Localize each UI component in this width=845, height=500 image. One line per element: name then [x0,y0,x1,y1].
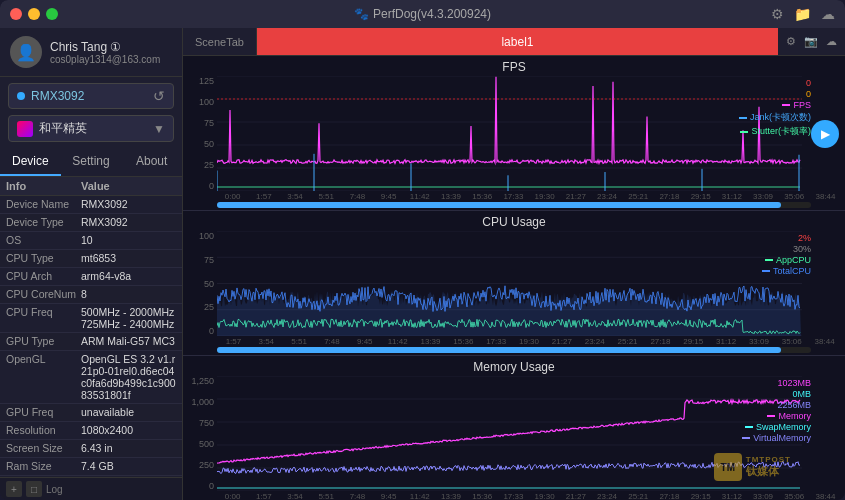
cpu-y-axis: 100 75 50 25 0 [187,231,217,336]
table-row: Screen Size6.43 in [0,440,182,458]
info-key: CPU Freq [6,306,81,330]
cpu-scrollbar-thumb[interactable] [217,347,781,353]
info-value: mt6853 [81,252,176,265]
cpu-chart-title: CPU Usage [183,215,845,229]
info-value: unavailable [81,406,176,419]
sidebar-bottom-bar: + □ Log [0,477,182,500]
device-selector[interactable]: RMX3092 ↺ [8,83,174,109]
table-row: Ram Size7.4 GB [0,458,182,476]
cloud-icon[interactable]: ☁ [821,6,835,22]
info-value: 7.4 GB [81,460,176,473]
table-row: CPU Archarm64-v8a [0,268,182,286]
col-value-header: Value [81,180,176,192]
tab-setting[interactable]: Setting [61,148,122,176]
scene-tab-label[interactable]: SceneTab [183,28,257,55]
log-icon: □ [26,481,42,497]
close-button[interactable] [10,8,22,20]
chevron-down-icon: ▼ [153,122,165,136]
info-key: CPU Arch [6,270,81,283]
cpu-legend: 2% 30% AppCPU TotalCPU [762,233,811,276]
maximize-button[interactable] [46,8,58,20]
table-row: CPU CoreNum8 [0,286,182,304]
fps-x-axis: 0:001:573:545:517:489:4511:4213:3915:361… [217,192,841,201]
fps-scrollbar[interactable] [217,202,811,208]
info-key: GPU Freq [6,406,81,419]
info-table-header: Info Value [0,177,182,196]
settings2-icon[interactable]: ⚙ [786,35,796,48]
sync-icon[interactable]: ☁ [826,35,837,48]
info-key: Resolution [6,424,81,437]
info-rows: Device NameRMX3092Device TypeRMX3092OS10… [0,196,182,477]
table-row: OS10 [0,232,182,250]
info-key: OpenGL [6,353,81,401]
info-value: RMX3092 [81,216,176,229]
info-value: 1080x2400 [81,424,176,437]
col-info-header: Info [6,180,81,192]
table-row: GPU Frequnavailable [0,404,182,422]
info-value: 500MHz - 2000MHz 725MHz - 2400MHz [81,306,176,330]
watermark-text: 钛媒体 [746,464,791,479]
memory-chart-block: Memory Usage 1,250 1,000 750 500 250 0 1… [183,356,845,500]
fps-chart-inner: 125 100 75 50 25 0 ▶ 0 0 [183,76,845,191]
info-key: OS [6,234,81,247]
memory-legend: 1023MB 0MB 2256MB Memory SwapMemory Virt… [742,378,811,443]
user-email: cos0play1314@163.com [50,54,160,65]
watermark: TM TMTPOST 钛媒体 [714,453,791,481]
app-selector[interactable]: 和平精英 ▼ [8,115,174,142]
charts-area: FPS 125 100 75 50 25 0 ▶ [183,56,845,500]
info-value: RMX3092 [81,198,176,211]
cpu-chart-block: CPU Usage 100 75 50 25 0 2% 30% [183,211,845,356]
scene-bar: SceneTab label1 ⚙ 📷 ☁ [183,28,845,56]
info-value: 10 [81,234,176,247]
add-scene-button[interactable]: + [6,481,22,497]
main-content: SceneTab label1 ⚙ 📷 ☁ FPS 125 100 75 50 [183,28,845,500]
memory-chart-inner: 1,250 1,000 750 500 250 0 1023MB 0MB 225… [183,376,845,491]
main-container: 👤 Chris Tang ① cos0play1314@163.com RMX3… [0,28,845,500]
tab-device[interactable]: Device [0,148,61,176]
username: Chris Tang ① [50,40,160,54]
fps-chart-title: FPS [183,60,845,74]
watermark-sub: TMTPOST [746,455,791,464]
app-name: 和平精英 [39,120,87,137]
traffic-lights [10,8,58,20]
screenshot-icon[interactable]: 📷 [804,35,818,48]
info-key: CPU Type [6,252,81,265]
table-row: CPU Typemt6853 [0,250,182,268]
avatar: 👤 [10,36,42,68]
info-key: Device Type [6,216,81,229]
fps-chart-block: FPS 125 100 75 50 25 0 ▶ [183,56,845,211]
table-row: CPU Freq500MHz - 2000MHz 725MHz - 2400MH… [0,304,182,333]
folder-icon[interactable]: 📁 [794,6,811,22]
title-icon: 🐾 [354,7,369,21]
log-label: Log [46,484,63,495]
app-icon [17,121,33,137]
cpu-scrollbar[interactable] [217,347,811,353]
info-key: CPU CoreNum [6,288,81,301]
tab-about[interactable]: About [121,148,182,176]
info-value: OpenGL ES 3.2 v1.r21p0-01rel0.d6ec04c0fa… [81,353,176,401]
memory-y-axis: 1,250 1,000 750 500 250 0 [187,376,217,491]
memory-chart-title: Memory Usage [183,360,845,374]
info-key: Device Name [6,198,81,211]
watermark-logo: TM [714,453,742,481]
sidebar: 👤 Chris Tang ① cos0play1314@163.com RMX3… [0,28,183,500]
memory-canvas-wrap: 1023MB 0MB 2256MB Memory SwapMemory Virt… [217,376,841,491]
info-value: arm64-v8a [81,270,176,283]
label1-tab[interactable]: label1 [257,28,778,55]
minimize-button[interactable] [28,8,40,20]
cpu-canvas [217,231,837,336]
fps-legend: 0 0 FPS Jank(卡顿次数) Stutter(卡顿率) [739,78,811,138]
fps-scrollbar-thumb[interactable] [217,202,781,208]
memory-x-axis: 0:001:573:545:517:489:4511:4213:3915:361… [217,492,841,500]
refresh-icon[interactable]: ↺ [153,88,165,104]
window-title: 🐾 PerfDog(v4.3.200924) [354,7,491,21]
fps-canvas-wrap: ▶ 0 0 FPS Jank(卡顿次数) Stutter(卡顿率) [217,76,841,191]
table-row: Device NameRMX3092 [0,196,182,214]
user-profile: 👤 Chris Tang ① cos0play1314@163.com [0,28,182,77]
info-value: 8 [81,288,176,301]
cpu-canvas-wrap: 2% 30% AppCPU TotalCPU [217,231,841,336]
titlebar-actions: ⚙ 📁 ☁ [771,6,835,22]
play-button[interactable]: ▶ [811,120,839,148]
settings-icon[interactable]: ⚙ [771,6,784,22]
table-row: GPU TypeARM Mali-G57 MC3 [0,333,182,351]
